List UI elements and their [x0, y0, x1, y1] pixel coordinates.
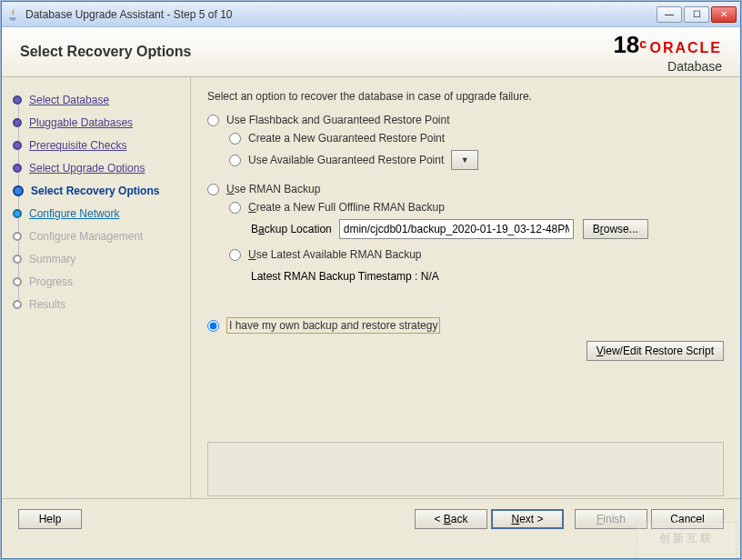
message-area: [207, 442, 724, 496]
page-title: Select Recovery Options: [20, 44, 613, 60]
next-button[interactable]: Next >: [491, 509, 564, 529]
step-pluggable-databases[interactable]: Pluggable Databases: [13, 111, 186, 134]
backup-location-input[interactable]: [339, 219, 574, 239]
step-progress: Progress: [13, 270, 186, 293]
step-summary: Summary: [13, 247, 186, 270]
option-flashback[interactable]: Use Flashback and Guaranteed Restore Poi…: [207, 114, 724, 126]
step-select-database[interactable]: Select Database: [13, 88, 186, 111]
window-controls: — ☐ ✕: [657, 6, 737, 23]
option-create-full-backup[interactable]: Create a New Full Offline RMAN Backup: [229, 201, 724, 214]
option-use-avail-grp[interactable]: Use Available Guaranteed Restore Point: [229, 150, 724, 170]
header: Select Recovery Options 18c ORACLE Datab…: [2, 27, 740, 77]
radio-rman[interactable]: [207, 184, 219, 195]
option-rman[interactable]: Use RMAN Backup: [207, 183, 724, 195]
option-create-new-grp[interactable]: Create a New Guaranteed Restore Point: [229, 132, 724, 145]
oracle-logo: 18c ORACLE Database: [613, 31, 722, 74]
titlebar: Database Upgrade Assistant - Step 5 of 1…: [2, 2, 740, 27]
step-prerequisite-checks[interactable]: Prerequisite Checks: [13, 134, 186, 156]
watermark: 创新互联: [637, 522, 737, 555]
step-select-upgrade-options[interactable]: Select Upgrade Options: [13, 156, 186, 179]
back-button[interactable]: < Back: [415, 509, 487, 529]
wizard-steps: Select Database Pluggable Databases Prer…: [13, 88, 186, 315]
step-select-recovery-options: Select Recovery Options: [13, 179, 186, 202]
view-edit-restore-script-button[interactable]: View/Edit Restore Script: [587, 341, 724, 361]
window: Database Upgrade Assistant - Step 5 of 1…: [1, 1, 741, 559]
radio-flashback[interactable]: [207, 115, 219, 126]
latest-backup-timestamp: Latest RMAN Backup Timestamp : N/A: [251, 270, 439, 283]
backup-location-label: Backup Location: [251, 223, 332, 235]
footer: Help < Back Next > Finish Cancel: [2, 498, 740, 538]
radio-create-full-backup[interactable]: [229, 202, 241, 214]
sidebar: Select Database Pluggable Databases Prer…: [2, 77, 191, 498]
step-results: Results: [13, 293, 186, 315]
radio-own-strategy[interactable]: [207, 320, 219, 332]
intro-text: Select an option to recover the database…: [207, 90, 724, 103]
option-own-strategy[interactable]: I have my own backup and restore strateg…: [207, 317, 724, 334]
avail-grp-dropdown[interactable]: [451, 150, 478, 170]
backup-location-row: Backup Location Browse...: [251, 219, 724, 239]
option-use-latest-backup[interactable]: Use Latest Available RMAN Backup: [229, 248, 724, 261]
maximize-button[interactable]: ☐: [684, 6, 709, 23]
step-configure-management: Configure Management: [13, 225, 186, 247]
close-button[interactable]: ✕: [711, 6, 737, 23]
minimize-button[interactable]: —: [657, 6, 682, 23]
radio-use-avail-grp[interactable]: [229, 155, 241, 166]
java-icon: [5, 7, 20, 22]
browse-button[interactable]: Browse...: [583, 219, 648, 239]
main-panel: Select an option to recover the database…: [191, 77, 740, 498]
window-title: Database Upgrade Assistant - Step 5 of 1…: [25, 8, 657, 21]
step-configure-network[interactable]: Configure Network: [13, 202, 186, 225]
radio-create-new-grp[interactable]: [229, 133, 241, 145]
help-button[interactable]: Help: [18, 509, 82, 529]
radio-use-latest-backup[interactable]: [229, 249, 241, 261]
body: Select Database Pluggable Databases Prer…: [2, 77, 740, 498]
